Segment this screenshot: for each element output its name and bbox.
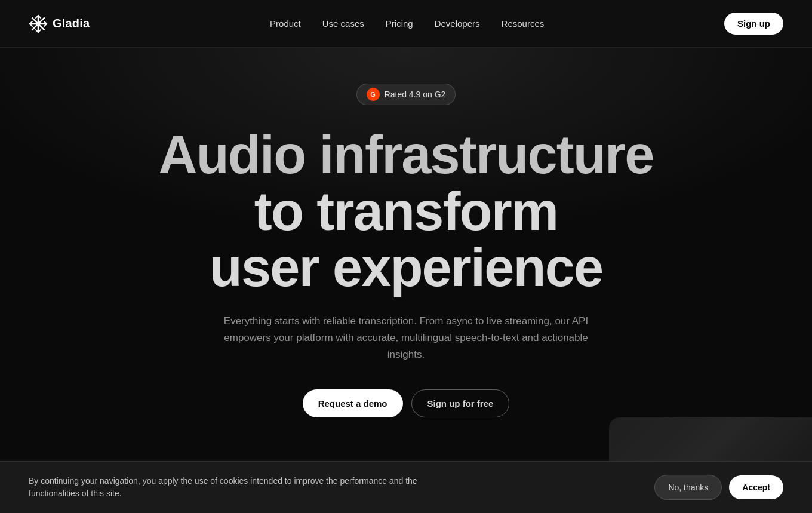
hero-cta-buttons: Request a demo Sign up for free: [303, 389, 510, 417]
cookie-accept-button[interactable]: Accept: [729, 475, 783, 499]
nav-use-cases[interactable]: Use cases: [322, 19, 364, 29]
rating-badge: G Rated 4.9 on G2: [356, 84, 456, 105]
cookie-banner: By continuing your navigation, you apply…: [0, 461, 812, 513]
logo-link[interactable]: Gladia: [29, 14, 90, 33]
nav-resources[interactable]: Resources: [502, 19, 545, 29]
g2-icon: G: [367, 88, 380, 101]
nav-signup-button[interactable]: Sign up: [724, 13, 783, 35]
hero-subtitle: Everything starts with reliable transcri…: [221, 313, 591, 363]
gladia-logo-icon: [29, 14, 48, 33]
cookie-message: By continuing your navigation, you apply…: [29, 475, 435, 500]
nav-product[interactable]: Product: [270, 19, 301, 29]
hero-title-line1: Audio infrastructure: [158, 125, 653, 185]
hero-title-line2: to transform: [254, 182, 558, 241]
logo-text: Gladia: [53, 17, 90, 30]
rating-text: Rated 4.9 on G2: [385, 90, 446, 99]
hero-section: G Rated 4.9 on G2 Audio infrastructure t…: [0, 48, 812, 489]
navbar: Gladia Product Use cases Pricing Develop…: [0, 0, 812, 48]
request-demo-button[interactable]: Request a demo: [303, 389, 403, 417]
cookie-action-buttons: No, thanks Accept: [654, 475, 783, 500]
hero-title: Audio infrastructure to transform user e…: [158, 127, 653, 296]
nav-pricing[interactable]: Pricing: [386, 19, 413, 29]
nav-developers[interactable]: Developers: [435, 19, 480, 29]
hero-title-line3: user experience: [210, 238, 602, 297]
cookie-decline-button[interactable]: No, thanks: [654, 475, 722, 500]
nav-links: Product Use cases Pricing Developers Res…: [270, 19, 544, 29]
signup-free-button[interactable]: Sign up for free: [411, 389, 510, 417]
